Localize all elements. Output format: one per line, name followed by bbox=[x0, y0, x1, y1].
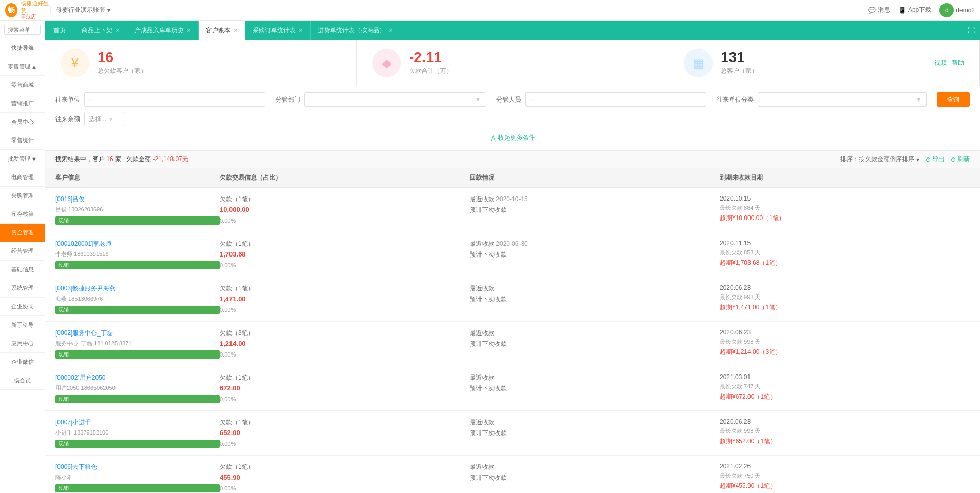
due-date-2: 2020.06.23 bbox=[720, 284, 970, 291]
customer-info-0: [0016]吕俊 吕俊 13026203696 现销 bbox=[55, 195, 220, 225]
table-row: [0002]服务中心_丁磊 服务中心_丁磊 181 0125 8371 现销 欠… bbox=[45, 322, 980, 366]
person-input[interactable]: ··· bbox=[525, 92, 706, 107]
debt-amount-0[interactable]: 10,000.00 bbox=[220, 206, 470, 213]
payback-label-0: 最近收款 bbox=[470, 195, 494, 203]
stat-number-amount: -2.11 bbox=[409, 50, 452, 65]
sidebar-item-stock-check[interactable]: 库存核算 bbox=[0, 205, 45, 224]
tab-maximize-icon[interactable]: ⛶ bbox=[968, 26, 975, 34]
tab-close-production[interactable]: ✕ bbox=[187, 28, 191, 33]
tab-home[interactable]: 首页 bbox=[45, 21, 74, 40]
tab-close-stock[interactable]: ✕ bbox=[389, 28, 393, 33]
debt-count-0: 欠款（1笔） bbox=[220, 195, 470, 204]
due-overdue-2[interactable]: 超期¥1,471.00（1笔） bbox=[720, 303, 970, 312]
video-link[interactable]: 视频 bbox=[934, 58, 947, 67]
customer-name-0[interactable]: [0016]吕俊 bbox=[55, 195, 220, 204]
industry-selector[interactable]: 母婴行业演示账套 ▾ bbox=[50, 6, 116, 14]
sidebar-item-system[interactable]: 系统管理 bbox=[0, 279, 45, 298]
debt-percent-6: 0.00% bbox=[220, 485, 470, 491]
debt-count-6: 欠款（1笔） bbox=[220, 463, 470, 471]
payback-next-3: 预计下次收款 bbox=[470, 340, 720, 348]
due-days-6: 最长欠款 750 天 bbox=[720, 472, 970, 480]
sidebar-item-batch-mgmt[interactable]: 批发管理 ▼ bbox=[0, 150, 45, 168]
debt-info-2: 欠款（1笔） 1,471.00 0.00% bbox=[220, 284, 470, 313]
debt-amount-1[interactable]: 1,703.68 bbox=[220, 250, 470, 258]
logo-text: 畅捷通好生意 示范店 bbox=[21, 0, 50, 19]
sidebar-item-quick-nav[interactable]: 快捷导航 bbox=[0, 39, 45, 57]
stat-info-owing: 16 总欠款客户（家） bbox=[98, 50, 147, 75]
sort-select[interactable]: 排序：按欠款金额倒序排序 ▾ bbox=[840, 155, 919, 164]
balance-select[interactable]: 选择... ▼ bbox=[84, 112, 125, 126]
sidebar-item-basic-info[interactable]: 基础信息 bbox=[0, 261, 45, 279]
debt-amount-3[interactable]: 1,214.00 bbox=[220, 340, 470, 347]
customer-name-1[interactable]: [0001020001]李老师 bbox=[55, 240, 220, 248]
sidebar-item-wecom[interactable]: 企业微信 bbox=[0, 353, 45, 371]
debt-info-5: 欠款（1笔） 652.00 0.00% bbox=[220, 418, 470, 447]
customer-name-4[interactable]: [000002]用户2050 bbox=[55, 373, 220, 382]
sidebar-item-operation[interactable]: 经营管理 bbox=[0, 242, 45, 261]
due-overdue-1[interactable]: 超期¥1,703.68（1笔） bbox=[720, 259, 970, 267]
stats-row: ¥ 16 总欠款客户（家） ◆ -2.11 欠款合计（万） ▦ bbox=[45, 40, 980, 86]
customer-name-5[interactable]: [0007]小进千 bbox=[55, 418, 220, 427]
dept-select[interactable]: ▼ bbox=[304, 92, 486, 107]
debt-amount-6[interactable]: 455.90 bbox=[220, 474, 470, 481]
debt-percent-2: 0.00% bbox=[220, 307, 470, 313]
user-avatar-button[interactable]: d demo2 bbox=[939, 3, 975, 17]
table-header: 客户信息 欠款交易信息（占比） 回款情况 到期未收款日期 bbox=[45, 168, 980, 188]
tab-stock[interactable]: 进货单统计表（按商品） ✕ bbox=[311, 21, 400, 40]
tab-customer[interactable]: 客户账本 ✕ bbox=[199, 21, 245, 40]
tab-close-purchase[interactable]: ✕ bbox=[299, 28, 303, 33]
tab-production[interactable]: 产成品入库单历史 ✕ bbox=[127, 21, 199, 40]
sidebar-item-finance[interactable]: 资金管理 bbox=[0, 224, 45, 242]
debt-amount-2[interactable]: 1,471.00 bbox=[220, 295, 470, 303]
due-days-2: 最长欠款 998 天 bbox=[720, 293, 970, 301]
collapse-icon: ⋀ bbox=[491, 134, 496, 142]
debt-amount-5[interactable]: 652.00 bbox=[220, 429, 470, 437]
due-date-5: 2020.06.23 bbox=[720, 418, 970, 425]
debt-percent-1: 0.00% bbox=[220, 262, 470, 268]
tab-close-goods[interactable]: ✕ bbox=[116, 28, 120, 33]
search-input[interactable] bbox=[4, 25, 41, 35]
customer-phone-6: 陈小希 bbox=[55, 474, 220, 481]
payback-label-2: 最近收款 bbox=[470, 285, 494, 292]
refresh-button[interactable]: ⊙ 刷新 bbox=[951, 155, 970, 164]
debt-amount-4[interactable]: 672.00 bbox=[220, 384, 470, 392]
sidebar-item-enterprise[interactable]: 企业协同 bbox=[0, 298, 45, 316]
sidebar-item-purchase[interactable]: 采购管理 bbox=[0, 187, 45, 205]
from-unit-input[interactable]: ··· bbox=[84, 92, 265, 107]
sidebar-item-ecommerce[interactable]: 电商管理 bbox=[0, 168, 45, 187]
due-overdue-0[interactable]: 超期¥10,000.00（1笔） bbox=[720, 214, 970, 223]
collapse-row[interactable]: ⋀ 收起更多条件 bbox=[55, 131, 970, 144]
due-overdue-4[interactable]: 超期¥672.00（1笔） bbox=[720, 392, 970, 401]
customer-info-3: [0002]服务中心_丁磊 服务中心_丁磊 181 0125 8371 现销 bbox=[55, 329, 220, 359]
table-row: [0003]畅捷服务尹海燕 海燕 18513066976 现销 欠款（1笔） 1… bbox=[45, 277, 980, 322]
help-link[interactable]: 帮助 bbox=[952, 58, 964, 67]
tab-goods[interactable]: 商品上下架 ✕ bbox=[74, 21, 127, 40]
app-download-button[interactable]: 📱 App下载 bbox=[898, 6, 931, 14]
sidebar-item-retail[interactable]: 零售管理 ▲ bbox=[0, 57, 45, 76]
stat-card-amount: ◆ -2.11 欠款合计（万） bbox=[357, 40, 668, 86]
customer-name-2[interactable]: [0003]畅捷服务尹海燕 bbox=[55, 284, 220, 293]
sidebar-item-retail-stat[interactable]: 零售统计 bbox=[0, 131, 45, 150]
tab-close-customer[interactable]: ✕ bbox=[234, 28, 238, 33]
export-button[interactable]: ⊙ 导出 bbox=[926, 155, 945, 164]
sidebar-item-apps[interactable]: 应用中心 bbox=[0, 334, 45, 353]
payback-info-1: 最近收款 2020-06-30 预计下次收款 bbox=[470, 240, 720, 259]
sidebar-item-vip[interactable]: 畅会员 bbox=[0, 371, 45, 390]
message-button[interactable]: 💬 消息 bbox=[868, 6, 890, 14]
sidebar-item-newbie[interactable]: 新手引导 bbox=[0, 316, 45, 334]
sidebar-item-retail-mall[interactable]: 零售商城 bbox=[0, 76, 45, 94]
debt-count-5: 欠款（1笔） bbox=[220, 418, 470, 427]
sidebar-item-member[interactable]: 会员中心 bbox=[0, 113, 45, 131]
query-button[interactable]: 查询 bbox=[937, 92, 970, 107]
due-overdue-5[interactable]: 超期¥652.00（1笔） bbox=[720, 437, 970, 446]
tab-minimize-icon[interactable]: — bbox=[956, 26, 964, 34]
tab-purchase[interactable]: 采购订单统计表 ✕ bbox=[245, 21, 311, 40]
category-select[interactable]: ▼ bbox=[758, 92, 927, 107]
sidebar-item-marketing[interactable]: 营销推广 bbox=[0, 94, 45, 113]
due-overdue-3[interactable]: 超期¥1,214.00（3笔） bbox=[720, 348, 970, 357]
due-overdue-6[interactable]: 超期¥455.90（1笔） bbox=[720, 482, 970, 490]
debt-count-2: 欠款（1笔） bbox=[220, 284, 470, 293]
payback-label-3: 最近收款 bbox=[470, 329, 494, 337]
customer-name-3[interactable]: [0002]服务中心_丁磊 bbox=[55, 329, 220, 338]
customer-name-6[interactable]: [0006]去下粮仓 bbox=[55, 463, 220, 471]
